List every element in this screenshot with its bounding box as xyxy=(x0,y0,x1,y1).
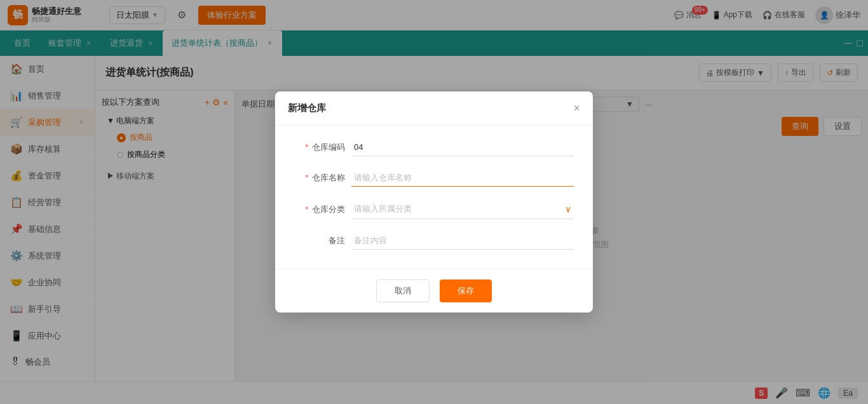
modal-title: 新增仓库 xyxy=(288,102,326,114)
add-warehouse-modal: 新增仓库 × * 仓库编码 * 仓库名称 xyxy=(275,91,593,313)
form-row-code: * 仓库编码 xyxy=(294,138,574,156)
modal-footer: 取消 保存 xyxy=(275,269,593,313)
name-label: * 仓库名称 xyxy=(294,172,345,184)
modal-close-icon[interactable]: × xyxy=(573,102,580,115)
cancel-button[interactable]: 取消 xyxy=(376,279,430,302)
remark-label: 备注 xyxy=(294,235,345,246)
required-mark-name: * xyxy=(305,173,308,182)
form-row-category: * 仓库分类 请输入所属分类 ∨ xyxy=(294,199,574,219)
save-button[interactable]: 保存 xyxy=(440,279,492,302)
required-mark-code: * xyxy=(305,142,308,152)
required-mark-category: * xyxy=(305,205,308,214)
category-label: * 仓库分类 xyxy=(294,204,345,215)
warehouse-code-input[interactable] xyxy=(351,138,574,156)
category-select-arrow-icon: ∨ xyxy=(565,204,571,214)
modal-body: * 仓库编码 * 仓库名称 * 仓库分类 请输入所属 xyxy=(275,126,593,269)
warehouse-remark-input[interactable] xyxy=(351,232,574,250)
warehouse-name-input[interactable] xyxy=(351,169,574,187)
warehouse-category-select[interactable]: 请输入所属分类 ∨ xyxy=(351,199,574,219)
form-row-remark: 备注 xyxy=(294,232,574,250)
form-row-name: * 仓库名称 xyxy=(294,169,574,187)
modal-header: 新增仓库 × xyxy=(275,91,593,126)
code-label: * 仓库编码 xyxy=(294,142,345,153)
modal-overlay[interactable]: 新增仓库 × * 仓库编码 * 仓库名称 xyxy=(0,0,868,404)
category-placeholder: 请输入所属分类 xyxy=(354,203,412,215)
